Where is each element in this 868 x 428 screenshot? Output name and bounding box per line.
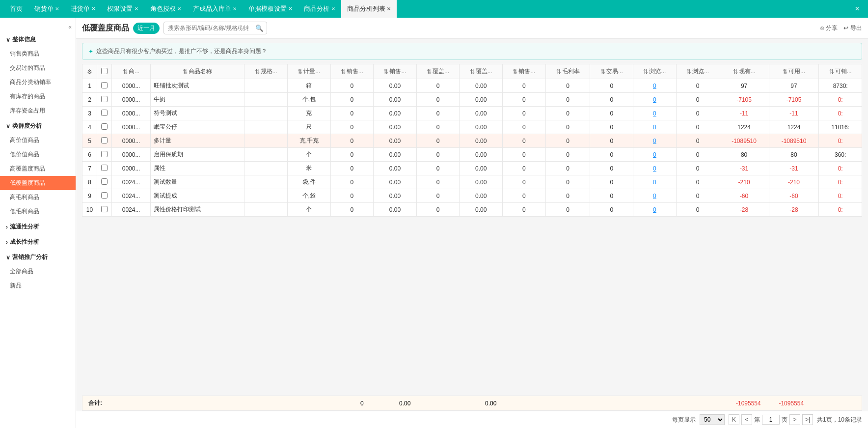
row-checkbox[interactable]: [97, 175, 112, 189]
row-browse1[interactable]: 0: [633, 79, 677, 93]
row-select-checkbox[interactable]: [101, 192, 108, 199]
row-browse1[interactable]: 0: [633, 134, 677, 148]
sidebar-item-sales-products[interactable]: 销售类商品: [0, 47, 76, 61]
row-browse1[interactable]: 0: [633, 203, 677, 217]
search-input[interactable]: [164, 25, 252, 31]
select-all-checkbox[interactable]: [101, 68, 108, 74]
nav-permission[interactable]: 权限设置 ×: [101, 0, 144, 18]
page-number-input[interactable]: [762, 415, 780, 425]
row-name: 牛奶: [151, 93, 244, 107]
sort-icon2[interactable]: ⇅: [183, 68, 188, 75]
row-checkbox[interactable]: [97, 203, 112, 217]
nav-product-entry[interactable]: 产成品入库单 ×: [187, 0, 243, 18]
row-checkbox[interactable]: [97, 134, 112, 148]
sidebar-item-low-coverage[interactable]: 低覆盖度商品: [0, 176, 76, 190]
row-browse1[interactable]: 0: [633, 148, 677, 162]
row-cover1: 0: [416, 175, 460, 189]
row-checkbox[interactable]: [97, 162, 112, 175]
sidebar-group-overall-title[interactable]: ∨ 整体信息: [0, 32, 76, 47]
page-size-select[interactable]: 50 100 200: [700, 414, 725, 425]
nav-home[interactable]: 首页: [4, 0, 28, 18]
nav-sales[interactable]: 销货单 ×: [28, 0, 65, 18]
sidebar-item-stocked-products[interactable]: 有库存的商品: [0, 89, 76, 104]
search-button[interactable]: 🔍: [252, 25, 267, 32]
sidebar-item-low-value[interactable]: 低价值商品: [0, 147, 76, 162]
period-button[interactable]: 近一月: [133, 23, 160, 34]
sort-icon5[interactable]: ⇅: [341, 68, 346, 75]
sort-icon7[interactable]: ⇅: [427, 68, 432, 75]
row-select-checkbox[interactable]: [101, 137, 108, 143]
row-select-checkbox[interactable]: [101, 82, 108, 88]
row-select-checkbox[interactable]: [101, 96, 108, 102]
row-select-checkbox[interactable]: [101, 178, 108, 185]
row-checkbox[interactable]: [97, 79, 112, 93]
col-checkbox[interactable]: [97, 64, 112, 79]
row-checkbox[interactable]: [97, 120, 112, 134]
sidebar-group-growth-title[interactable]: › 成长性分析: [0, 235, 76, 249]
sidebar-item-low-margin[interactable]: 低毛利商品: [0, 204, 76, 219]
nav-role[interactable]: 角色授权 ×: [144, 0, 187, 18]
row-select-checkbox[interactable]: [101, 110, 108, 116]
sort-icon10[interactable]: ⇅: [556, 68, 561, 75]
sort-icon11[interactable]: ⇅: [600, 68, 605, 75]
row-select-checkbox[interactable]: [101, 123, 108, 130]
sort-icon3[interactable]: ⇅: [255, 68, 260, 75]
next-page-button[interactable]: >: [789, 414, 800, 425]
sort-icon15[interactable]: ⇅: [783, 68, 787, 75]
col-settings[interactable]: ⚙: [82, 64, 97, 79]
row-browse1[interactable]: 0: [633, 120, 677, 134]
row-checkbox[interactable]: [97, 93, 112, 107]
window-close-button[interactable]: ×: [850, 2, 864, 16]
row-browse1[interactable]: 0: [633, 189, 677, 203]
row-select-checkbox[interactable]: [101, 165, 108, 171]
sort-icon6[interactable]: ⇅: [383, 68, 388, 75]
export-button[interactable]: ↩ 导出: [843, 24, 862, 32]
row-checkbox[interactable]: [97, 189, 112, 203]
nav-purchase[interactable]: 进货单 ×: [65, 0, 101, 18]
sidebar-item-high-coverage[interactable]: 高覆盖度商品: [0, 162, 76, 176]
sidebar-group-marketing-title[interactable]: ∨ 营销推广分析: [0, 250, 76, 264]
sort-icon[interactable]: ⇅: [123, 68, 128, 75]
sort-icon14[interactable]: ⇅: [733, 68, 738, 75]
prev-page-button[interactable]: <: [741, 414, 752, 425]
row-browse1[interactable]: 0: [633, 93, 677, 107]
row-select-checkbox[interactable]: [101, 206, 108, 212]
first-page-button[interactable]: K: [729, 414, 739, 425]
last-page-button[interactable]: >|: [802, 414, 813, 425]
sidebar-group-coverage-title[interactable]: ∨ 类群度分析: [0, 119, 76, 133]
sort-icon12[interactable]: ⇅: [643, 68, 648, 75]
table-row: 1 0000... 旺铺批次测试 箱 0 0.00 0 0.00 0 0 0 0…: [82, 79, 862, 93]
row-browse1[interactable]: 0: [633, 107, 677, 120]
col-available: ⇅可用...: [769, 64, 818, 79]
sort-icon16[interactable]: ⇅: [829, 68, 834, 75]
sidebar-item-high-value[interactable]: 高价值商品: [0, 133, 76, 147]
sort-icon9[interactable]: ⇅: [513, 68, 517, 75]
table-header-row: ⚙ ⇅商... ⇅商品名称 ⇅规格... ⇅计量... ⇅销售... ⇅销售..…: [82, 64, 862, 79]
share-button[interactable]: ⎋ 分享: [820, 24, 838, 32]
row-browse1[interactable]: 0: [633, 162, 677, 175]
row-select-checkbox[interactable]: [101, 151, 108, 157]
sidebar-item-high-margin[interactable]: 高毛利商品: [0, 190, 76, 204]
sidebar-item-new-products[interactable]: 新品: [0, 279, 76, 293]
row-browse1[interactable]: 0: [633, 175, 677, 189]
sort-icon13[interactable]: ⇅: [686, 68, 691, 75]
sidebar-item-category-rate[interactable]: 商品分类动销率: [0, 75, 76, 89]
sort-icon8[interactable]: ⇅: [470, 68, 475, 75]
nav-analysis-list[interactable]: 商品分析列表 ×: [341, 0, 397, 18]
settings-icon[interactable]: ⚙: [87, 68, 92, 75]
sidebar-item-stock-capital[interactable]: 库存资金占用: [0, 104, 76, 118]
row-num: 2: [82, 93, 97, 107]
sidebar-item-traded-products[interactable]: 交易过的商品: [0, 61, 76, 75]
sort-icon4[interactable]: ⇅: [298, 68, 302, 75]
row-checkbox[interactable]: [97, 148, 112, 162]
row-checkbox[interactable]: [97, 107, 112, 120]
sidebar-group-flow-title[interactable]: › 流通性分析: [0, 220, 76, 234]
table-row: 8 0024... 测试数量 袋,件 0 0.00 0 0.00 0 0 0 0…: [82, 175, 862, 189]
row-num: 8: [82, 175, 97, 189]
table-container[interactable]: ⚙ ⇅商... ⇅商品名称 ⇅规格... ⇅计量... ⇅销售... ⇅销售..…: [82, 64, 862, 396]
sidebar-item-all-products[interactable]: 全部商品: [0, 264, 76, 279]
nav-template[interactable]: 单据模板设置 ×: [243, 0, 298, 18]
sidebar-collapse-button[interactable]: «: [0, 22, 76, 32]
nav-analysis[interactable]: 商品分析 ×: [298, 0, 341, 18]
sidebar: « ∨ 整体信息 销售类商品 交易过的商品 商品分类动销率 有库存的商品 库存资…: [0, 18, 76, 428]
